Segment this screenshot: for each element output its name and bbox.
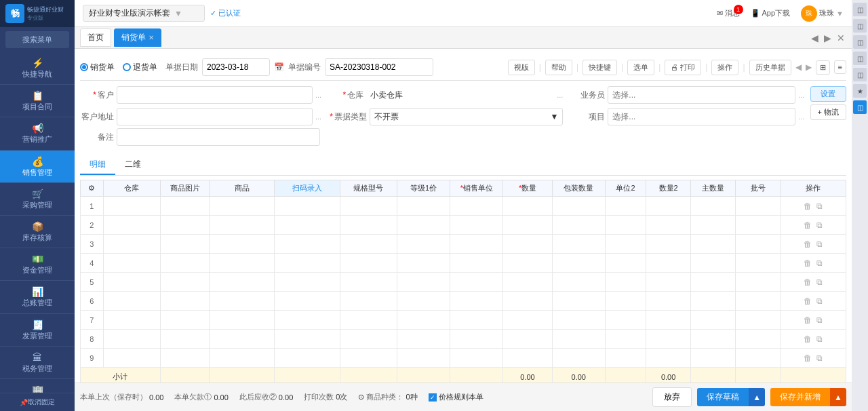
row-spec[interactable] [340, 216, 397, 235]
row-unit2[interactable] [605, 349, 646, 368]
row-sale-unit[interactable] [450, 292, 503, 311]
right-panel-icon-4[interactable]: ◫ [853, 52, 867, 65]
memo-input[interactable] [117, 128, 320, 146]
row-spec[interactable] [340, 235, 397, 254]
shortcut-button[interactable]: 快捷键 [583, 60, 617, 75]
project-more-button[interactable]: ... [798, 113, 804, 121]
row-unit2[interactable] [605, 216, 646, 235]
row-batch[interactable] [736, 311, 781, 330]
row-unit2[interactable] [605, 330, 646, 349]
row-scan[interactable] [275, 311, 340, 330]
row-product[interactable] [210, 197, 275, 216]
row-spec[interactable] [340, 311, 397, 330]
row-scan[interactable] [275, 216, 340, 235]
user-menu[interactable]: 珠 珠珠 ▼ [801, 5, 844, 22]
right-panel-icon-3[interactable]: ◫ [853, 35, 867, 49]
row-sale-unit[interactable] [450, 254, 503, 273]
row-warehouse[interactable] [103, 292, 160, 311]
row-scan[interactable] [275, 330, 340, 349]
date-input[interactable] [202, 58, 270, 76]
row-delete-icon[interactable]: 🗑 [804, 239, 812, 249]
row-qty2[interactable] [646, 311, 691, 330]
row-pack-qty[interactable] [552, 235, 605, 254]
sidebar-item-project[interactable]: 📋 项目合同 [0, 85, 75, 117]
search-menu-button[interactable]: 搜索菜单 [5, 31, 69, 48]
tab-prev-icon[interactable]: ◀ [810, 31, 820, 45]
history-button[interactable]: 历史单据 [749, 60, 791, 75]
row-warehouse[interactable] [103, 235, 160, 254]
row-scan[interactable] [275, 197, 340, 216]
row-sale-unit[interactable] [450, 311, 503, 330]
row-product[interactable] [210, 216, 275, 235]
row-main-qty[interactable] [691, 254, 736, 273]
sidebar-item-fixed-assets[interactable]: 🏢 固定资产 [0, 379, 75, 393]
row-price1[interactable] [397, 311, 450, 330]
row-price1[interactable] [397, 330, 450, 349]
row-sale-unit[interactable] [450, 197, 503, 216]
address-more-button[interactable]: ... [315, 113, 321, 121]
row-unit2[interactable] [605, 254, 646, 273]
row-batch[interactable] [736, 197, 781, 216]
row-qty[interactable] [503, 311, 552, 330]
row-main-qty[interactable] [691, 197, 736, 216]
row-spec[interactable] [340, 254, 397, 273]
calendar-icon[interactable]: 📅 [274, 62, 284, 72]
row-delete-icon[interactable]: 🗑 [804, 353, 812, 363]
row-copy-icon[interactable]: ⧉ [816, 220, 823, 230]
help-button[interactable]: 帮助 [545, 60, 572, 75]
row-sale-unit[interactable] [450, 216, 503, 235]
print-button[interactable]: 🖨 打印 [665, 60, 701, 75]
row-main-qty[interactable] [691, 349, 736, 368]
row-unit2[interactable] [605, 235, 646, 254]
customer-more-button[interactable]: ... [315, 91, 321, 99]
row-batch[interactable] [736, 273, 781, 292]
row-warehouse[interactable] [103, 273, 160, 292]
row-product[interactable] [210, 273, 275, 292]
tab-home[interactable]: 首页 [80, 28, 111, 47]
row-product[interactable] [210, 349, 275, 368]
row-qty2[interactable] [646, 254, 691, 273]
save-new-arrow-button[interactable]: ▲ [830, 388, 846, 406]
row-unit2[interactable] [605, 292, 646, 311]
row-sale-unit[interactable] [450, 349, 503, 368]
row-qty[interactable] [503, 349, 552, 368]
row-scan[interactable] [275, 292, 340, 311]
row-warehouse[interactable] [103, 349, 160, 368]
row-delete-icon[interactable]: 🗑 [804, 334, 812, 344]
row-delete-icon[interactable]: 🗑 [804, 258, 812, 268]
row-sale-unit[interactable] [450, 330, 503, 349]
save-draft-arrow-button[interactable]: ▲ [749, 388, 765, 406]
row-warehouse[interactable] [103, 254, 160, 273]
row-main-qty[interactable] [691, 292, 736, 311]
row-batch[interactable] [736, 235, 781, 254]
row-pack-qty[interactable] [552, 311, 605, 330]
tab-close-all-icon[interactable]: ✕ [835, 31, 846, 45]
row-batch[interactable] [736, 349, 781, 368]
select-button[interactable]: 选单 [627, 60, 654, 75]
row-warehouse[interactable] [103, 216, 160, 235]
row-pack-qty[interactable] [552, 216, 605, 235]
right-panel-icon-active[interactable]: ◫ [853, 100, 867, 114]
operate-button[interactable]: 操作 [711, 60, 738, 75]
row-qty2[interactable] [646, 273, 691, 292]
abandon-button[interactable]: 放弃 [652, 387, 692, 407]
list-view-button[interactable]: ≡ [834, 60, 846, 74]
row-qty2[interactable] [646, 216, 691, 235]
right-panel-icon-2[interactable]: ◫ [853, 19, 867, 33]
sidebar-item-quick-nav[interactable]: ⚡ 快捷导航 [0, 52, 75, 85]
row-sale-unit[interactable] [450, 273, 503, 292]
right-panel-icon-1[interactable]: ◫ [853, 3, 867, 16]
row-qty[interactable] [503, 197, 552, 216]
row-price1[interactable] [397, 254, 450, 273]
row-unit2[interactable] [605, 197, 646, 216]
row-qty[interactable] [503, 330, 552, 349]
row-copy-icon[interactable]: ⧉ [816, 296, 823, 306]
app-download-button[interactable]: 📱 App下载 [751, 8, 791, 18]
tab-detail[interactable]: 明细 [80, 155, 115, 175]
row-delete-icon[interactable]: 🗑 [804, 277, 812, 287]
message-button[interactable]: ✉ 消息 1 [717, 8, 740, 18]
col-settings[interactable]: ⚙ [81, 180, 104, 197]
history-nav-prev[interactable]: ◀ [795, 62, 802, 72]
salesperson-more-button[interactable]: ... [798, 91, 804, 99]
row-qty[interactable] [503, 273, 552, 292]
